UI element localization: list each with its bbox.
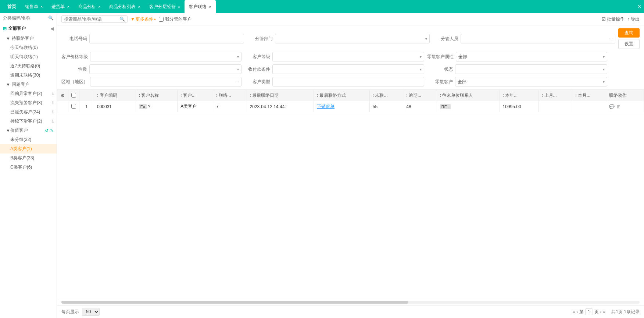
- current-page-input[interactable]: 1: [585, 308, 593, 315]
- code-column-header: : 客户编码: [94, 90, 136, 101]
- price-level-select[interactable]: ▾: [90, 52, 242, 61]
- filter-status: 状态 ▾: [427, 64, 607, 74]
- sidebar-item-churned[interactable]: 已流失客户(24) ℹ: [0, 107, 57, 117]
- region-dots-icon[interactable]: ···: [235, 79, 239, 84]
- more-conditions-button[interactable]: ▼ 更多条件 ▾: [130, 16, 156, 22]
- retail-customer-select[interactable]: 全部 ▾: [455, 77, 607, 86]
- filter-payment: 收付款条件 ▾: [244, 64, 425, 74]
- close-contact-icon[interactable]: ×: [209, 4, 211, 9]
- horizontal-scrollbar[interactable]: [57, 299, 644, 305]
- phone-input[interactable]: [89, 34, 244, 43]
- settings-button[interactable]: 设置: [618, 39, 640, 49]
- select-all-checkbox[interactable]: [71, 93, 76, 98]
- nav-customer-segment[interactable]: 客户分层经营 ×: [145, 0, 185, 13]
- my-customers-checkbox[interactable]: [159, 17, 164, 22]
- chat-icon[interactable]: 💬: [609, 104, 615, 109]
- nav-goods-analysis[interactable]: 商品分析 ×: [74, 0, 105, 13]
- scroll-thumb[interactable]: [61, 301, 408, 304]
- problem-customers-section[interactable]: ▼ 问题客户: [0, 80, 57, 89]
- scroll-track[interactable]: [61, 301, 640, 304]
- next-page-button[interactable]: ›: [600, 309, 602, 314]
- sidebar-item-b-class[interactable]: B类客户(33): [0, 153, 57, 163]
- person-select[interactable]: ···: [461, 34, 615, 43]
- last-page-button[interactable]: »: [603, 309, 606, 314]
- row-seq: 1: [79, 101, 94, 112]
- edit-icon[interactable]: ✎: [50, 128, 54, 133]
- row-overdue: 48: [403, 101, 437, 112]
- region-select[interactable]: ···: [90, 77, 242, 86]
- row-last-method[interactable]: 下销货单: [314, 101, 370, 112]
- table-row: 1 000031 Ea ? A类客户 7 2023-04-12 14:44: 下…: [57, 101, 644, 112]
- sidebar-search-icon[interactable]: 🔍: [48, 15, 54, 21]
- chevron-icon-6: ▾: [603, 67, 605, 71]
- nature-select[interactable]: ▾: [89, 64, 242, 74]
- nav-goods-analysis-list[interactable]: 商品分析列表 ×: [105, 0, 144, 13]
- last-method-link[interactable]: 下销货单: [317, 104, 334, 109]
- close-goods-analysis-icon[interactable]: ×: [98, 4, 100, 9]
- chevron-icon-5: ▾: [420, 67, 422, 71]
- query-button[interactable]: 查询: [618, 28, 640, 38]
- customer-level-select[interactable]: ▾: [272, 52, 425, 61]
- all-customers-header[interactable]: ⊞ 全部客户 ◀: [0, 23, 57, 34]
- row-last-date: 2023-04-12 14:44:: [247, 101, 314, 112]
- status-select[interactable]: ▾: [455, 64, 607, 74]
- close-purchase-icon[interactable]: ×: [67, 4, 69, 9]
- sidebar-item-declining[interactable]: 持续下滑客户(2) ℹ: [0, 117, 57, 126]
- last-month-column-header: : 上月...: [539, 90, 572, 101]
- settings-column-header[interactable]: ⚙: [57, 90, 68, 101]
- row-this-month: [572, 101, 606, 112]
- sidebar-search-input[interactable]: [3, 15, 48, 21]
- nav-sales[interactable]: 销售单 ×: [21, 0, 47, 13]
- first-page-button[interactable]: «: [572, 309, 575, 314]
- grid-action-icon[interactable]: ⊞: [617, 104, 620, 109]
- section-arrow-icon-2: ▼: [6, 82, 10, 87]
- this-year-column-header: : 本年...: [500, 90, 539, 101]
- sidebar-item-c-class[interactable]: C类客户(6): [0, 163, 57, 172]
- my-customers-checkbox-area[interactable]: 我分管的客户: [159, 16, 192, 22]
- sidebar-item-tomorrow-contact[interactable]: 明天待联络(1): [0, 52, 57, 61]
- nav-purchase[interactable]: 进货单 ×: [47, 0, 74, 13]
- pending-contact-section[interactable]: ▼ 待联络客户: [0, 34, 57, 43]
- total-records-label: 共1页 1条记录: [611, 309, 640, 315]
- dept-select[interactable]: ▾: [275, 34, 430, 43]
- export-button[interactable]: ↑ 导出: [627, 16, 640, 22]
- sidebar: 🔍 ⊞ 全部客户 ◀ ▼ 待联络客户 今天待联络(0) 明天待联络(1) 近7天…: [0, 13, 57, 318]
- row-settings: [57, 101, 68, 112]
- main-layout: 🔍 ⊞ 全部客户 ◀ ▼ 待联络客户 今天待联络(0) 明天待联络(1) 近7天…: [0, 13, 644, 318]
- sidebar-item-churn-warning[interactable]: 流失预警客户(3) ℹ: [0, 98, 57, 107]
- info-icon-3: ℹ: [52, 110, 54, 114]
- refresh-icon[interactable]: ↺: [45, 128, 49, 133]
- batch-ops-button[interactable]: ☑ 批量操作: [602, 16, 625, 22]
- unit-contact-column-header: : 往来单位联系人: [437, 90, 500, 101]
- sidebar-item-7day-contact[interactable]: 近7天待联络(0): [0, 61, 57, 71]
- sidebar-item-today-contact[interactable]: 今天待联络(0): [0, 43, 57, 52]
- settings-gear[interactable]: ⚙: [61, 93, 65, 98]
- retail-attr-select[interactable]: 全部 ▾: [456, 52, 607, 61]
- payment-select[interactable]: ▾: [272, 64, 425, 74]
- filter-search-icon[interactable]: 🔍: [119, 17, 125, 22]
- customer-type-input[interactable]: [272, 77, 425, 86]
- per-page-select[interactable]: 50: [82, 308, 100, 316]
- nav-customer-contact[interactable]: 客户联络 ×: [185, 0, 215, 13]
- dots-icon[interactable]: ···: [609, 36, 613, 41]
- dept-label: 分管部门: [247, 36, 273, 42]
- row-checkbox-cell[interactable]: [68, 101, 79, 112]
- nav-home[interactable]: 首页: [3, 0, 21, 13]
- customer-table-container: ⚙ : 客户编码 : 客户名称: [57, 90, 644, 299]
- prev-page-button[interactable]: ‹: [576, 309, 578, 314]
- sidebar-item-unclassified[interactable]: 未分组(32): [0, 135, 57, 144]
- check-column-header[interactable]: [68, 90, 79, 101]
- filter-search-input[interactable]: [64, 17, 119, 22]
- close-all-button[interactable]: ×: [638, 3, 641, 10]
- sidebar-item-repurchase-abnormal[interactable]: 回购异常客户(2) ℹ: [0, 89, 57, 98]
- sidebar-item-a-class[interactable]: A类客户(1): [0, 144, 57, 153]
- filter-icon: ▼: [130, 17, 135, 22]
- close-goods-list-icon[interactable]: ×: [138, 4, 140, 9]
- close-sales-icon[interactable]: ×: [40, 4, 43, 9]
- sidebar-item-overdue-contact[interactable]: 逾期未联络(30): [0, 71, 57, 80]
- close-segment-icon[interactable]: ×: [178, 4, 180, 9]
- section-arrow-icon-3: ▼: [6, 128, 10, 133]
- value-customers-section[interactable]: ▼ 价值客户 ↺ ✎: [0, 126, 57, 135]
- filter-customer-type: 客户类型: [244, 77, 425, 86]
- row-checkbox[interactable]: [71, 104, 76, 109]
